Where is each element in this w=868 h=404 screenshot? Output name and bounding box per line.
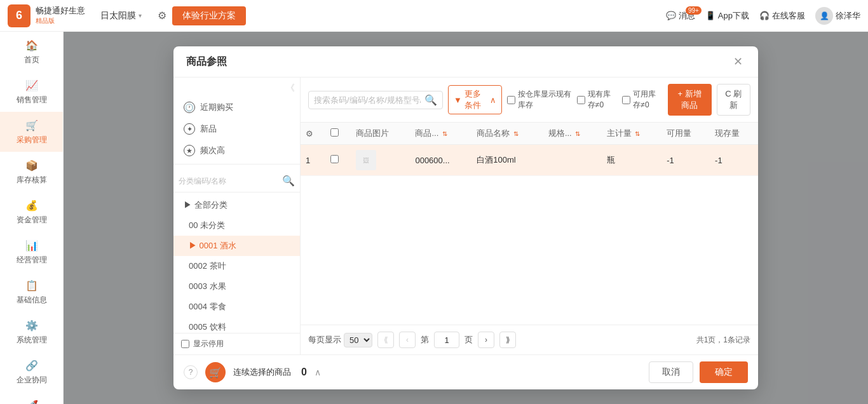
collab-icon: 🔗 <box>25 358 39 372</box>
collapse-arrow-icon[interactable]: ∧ <box>315 367 321 377</box>
close-button[interactable]: ✕ <box>730 54 745 69</box>
sidebar-label-collab: 企业协同 <box>17 375 47 386</box>
sidebar-item-collab[interactable]: 🔗 企业协同 <box>0 352 63 392</box>
left-nav-frequent[interactable]: ★ 频次高 <box>173 140 300 161</box>
sidebar-label-inventory: 库存核算 <box>17 175 47 185</box>
sidebar-item-inventory[interactable]: 📦 库存核算 <box>0 152 63 192</box>
modal-left-panel: 《 🕐 近期购买 ✦ 新品 ★ <box>173 77 301 354</box>
sidebar-item-operations[interactable]: 📊 经营管理 <box>0 232 63 272</box>
sort-unit-icon[interactable]: ⇅ <box>635 130 640 137</box>
sidebar-item-finance[interactable]: 💰 资金管理 <box>0 192 63 232</box>
sidebar-label-purchase: 采购管理 <box>17 135 47 145</box>
help-button[interactable]: ? <box>184 365 198 379</box>
table-row[interactable]: 1 🖼 000600... <box>301 145 758 176</box>
basics-icon: 📋 <box>25 278 39 292</box>
col-spec-label: 规格... <box>548 128 572 138</box>
modal-pagination: 每页显示 50 ⟪ ‹ 第 页 › ⟫ <box>301 325 758 354</box>
headset-icon: 🎧 <box>759 11 770 20</box>
refresh-button[interactable]: C 刷新 <box>717 84 751 116</box>
left-nav-new-label: 新品 <box>200 123 217 135</box>
modal-header: 商品参照 ✕ <box>173 46 758 77</box>
cat-item-tea[interactable]: 0002 茶叶 <box>173 256 300 276</box>
category-search-input[interactable] <box>179 177 280 185</box>
col-code: 商品... ⇅ <box>410 123 471 145</box>
nav-service[interactable]: 🎧 在线客服 <box>759 10 805 22</box>
sidebar-item-system[interactable]: ⚙️ 系统管理 <box>0 312 63 352</box>
show-disabled-checkbox[interactable] <box>181 340 189 348</box>
sidebar-item-home[interactable]: 🏠 首页 <box>0 32 63 72</box>
sidebar-item-basics[interactable]: 📋 基础信息 <box>0 272 63 312</box>
trial-button[interactable]: 体验行业方案 <box>172 6 246 25</box>
nav-user[interactable]: 👤 徐泽华 <box>815 7 860 25</box>
modal-left-footer: 显示停用 <box>173 333 300 354</box>
cell-available: -1 <box>661 145 710 176</box>
cat-item-snack-label: 0004 零食 <box>189 301 226 313</box>
cat-item-uncat[interactable]: 00 未分类 <box>173 215 300 236</box>
cat-item-all[interactable]: ▶ 全部分类 <box>173 195 300 215</box>
category-search-icon[interactable]: 🔍 <box>282 175 295 187</box>
modal-overlay: 商品参照 ✕ 《 🕐 近期购买 <box>64 32 868 404</box>
product-table: ⚙ 商品图片 商品... ⇅ <box>301 123 758 176</box>
col-available: 可用量 <box>661 123 710 145</box>
user-name: 徐泽华 <box>836 10 860 22</box>
nav-message[interactable]: 💬 消息 99+ <box>666 10 695 22</box>
confirm-button[interactable]: 确定 <box>700 361 748 383</box>
clock-icon: 🕐 <box>184 102 195 113</box>
prev-page-button[interactable]: ‹ <box>399 332 416 348</box>
per-page-label: 每页显示 <box>308 334 341 346</box>
first-page-button[interactable]: ⟪ <box>377 332 394 348</box>
nav-gear-button[interactable]: ⚙ <box>152 6 172 26</box>
guide-icon: 🚀 <box>25 398 39 404</box>
search-icon[interactable]: 🔍 <box>424 94 437 106</box>
cart-button[interactable]: 🛒 <box>205 362 226 382</box>
nav-app-download[interactable]: 📱 App下载 <box>705 10 749 22</box>
nav-dropdown[interactable]: 日太阳膜 ▾ <box>90 0 152 32</box>
cat-item-liquor[interactable]: ▶ 0001 酒水 <box>173 236 300 256</box>
next-page-button[interactable]: › <box>478 332 494 348</box>
collapse-left-button[interactable]: 《 <box>286 83 295 94</box>
operations-icon: 📊 <box>25 238 39 252</box>
system-icon: ⚙️ <box>25 318 39 332</box>
page-input[interactable] <box>434 332 459 348</box>
cat-item-drink[interactable]: 0005 饮料 <box>173 317 300 333</box>
cell-name: 白酒100ml <box>471 145 543 176</box>
nav-right: 💬 消息 99+ 📱 App下载 🎧 在线客服 👤 徐泽华 <box>666 7 860 25</box>
select-all-checkbox[interactable] <box>330 128 339 137</box>
cat-item-snack[interactable]: 0004 零食 <box>173 297 300 317</box>
sidebar-label-home: 首页 <box>24 55 39 65</box>
sidebar-item-guide[interactable]: 🚀 新手引导 <box>0 392 63 404</box>
sort-name-icon[interactable]: ⇅ <box>513 130 519 137</box>
sidebar-item-sales[interactable]: 📈 销售管理 <box>0 72 63 112</box>
filter-button[interactable]: ▼ 更多条件 ∧ <box>448 85 502 114</box>
content-area: 商品参照 ✕ 《 🕐 近期购买 <box>64 32 868 404</box>
show-disabled-label: 显示停用 <box>193 339 224 349</box>
product-search-input[interactable] <box>314 95 421 105</box>
available-nonzero-filter: 可用库存≠0 <box>622 89 663 111</box>
cancel-button[interactable]: 取消 <box>649 361 693 383</box>
table-scroll[interactable]: ⚙ 商品图片 商品... ⇅ <box>301 123 758 325</box>
row-checkbox[interactable] <box>330 155 339 163</box>
cat-item-fruit-label: 0003 水果 <box>189 281 226 292</box>
sidebar-label-sales: 销售管理 <box>17 95 47 105</box>
warehouse-label: 按仓库显示现有库存 <box>518 89 572 111</box>
col-code-label: 商品... <box>415 128 438 138</box>
available-nonzero-checkbox[interactable] <box>622 96 630 104</box>
top-nav: 6 畅捷通好生意 精品版 日太阳膜 ▾ ⚙ 体验行业方案 💬 消息 99+ 📱 … <box>0 0 868 32</box>
sort-spec-icon[interactable]: ⇅ <box>575 130 580 137</box>
nav-service-label: 在线客服 <box>772 10 805 22</box>
sidebar-item-purchase[interactable]: 🛒 采购管理 <box>0 112 63 152</box>
sort-code-icon[interactable]: ⇅ <box>442 130 447 137</box>
stock-nonzero-checkbox[interactable] <box>577 96 585 104</box>
left-nav-new[interactable]: ✦ 新品 <box>173 118 300 140</box>
modal-toolbar: 🔍 ▼ 更多条件 ∧ 按仓库显示现有库存 <box>301 77 758 123</box>
last-page-button[interactable]: ⟫ <box>499 332 516 348</box>
settings-icon[interactable]: ⚙ <box>306 129 313 138</box>
page-size-select[interactable]: 50 <box>344 333 372 347</box>
add-product-button[interactable]: + 新增商品 <box>668 84 712 116</box>
left-nav-recent[interactable]: 🕐 近期购买 <box>173 97 300 118</box>
main-layout: 🏠 首页 📈 销售管理 🛒 采购管理 📦 库存核算 💰 资金管理 📊 经营管理 … <box>0 32 868 404</box>
cat-item-fruit[interactable]: 0003 水果 <box>173 276 300 297</box>
category-search: 🔍 <box>173 170 300 192</box>
warehouse-checkbox[interactable] <box>507 96 515 104</box>
col-unit-label: 主计量 <box>607 128 632 138</box>
